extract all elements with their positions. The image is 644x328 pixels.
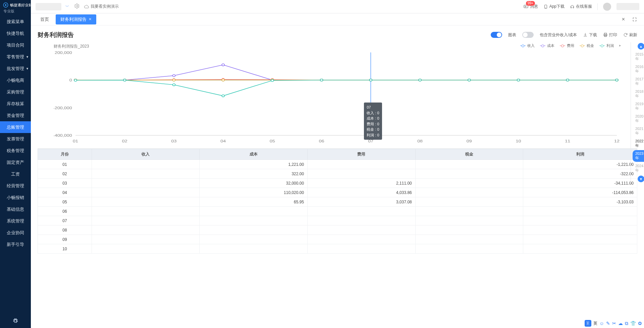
nav-item-总账管理[interactable]: 总账管理: [0, 121, 31, 133]
topbar: ﹀ 我要看实例演示 99+ 消息 App下载: [31, 0, 644, 13]
cell-tax: [415, 225, 523, 235]
svg-text:04: 04: [220, 139, 226, 143]
nav-item-固定资产[interactable]: 固定资产: [0, 156, 31, 168]
nav-item-零售管理[interactable]: 零售管理▼: [0, 51, 31, 63]
messages-link[interactable]: 99+ 消息: [523, 4, 538, 9]
table-row: 0565.953,037.08-3,103.03: [38, 197, 637, 207]
year-2018年[interactable]: 2018年: [633, 88, 644, 100]
nav-item-项目合同[interactable]: 项目合同: [0, 39, 31, 51]
fullscreen-button[interactable]: [630, 15, 639, 24]
ime-edit-icon[interactable]: ✎: [606, 321, 610, 326]
legend-item[interactable]: 成本: [540, 43, 554, 48]
nav-item-小畅电商[interactable]: 小畅电商: [0, 74, 31, 86]
extra-income-toggle[interactable]: [522, 32, 534, 38]
nav-item-税务管理[interactable]: 税务管理: [0, 145, 31, 156]
svg-point-65: [173, 79, 175, 81]
cell-profit: [523, 225, 637, 235]
print-button[interactable]: 打印: [603, 32, 617, 38]
cell-fee: [308, 225, 416, 235]
print-icon: [603, 32, 608, 37]
ime-smile-icon[interactable]: ☺: [599, 321, 604, 326]
svg-point-76: [123, 79, 126, 81]
legend-item[interactable]: 收入: [520, 43, 535, 48]
refresh-button[interactable]: 刷新: [623, 32, 637, 38]
ime-shirt-icon[interactable]: 👕: [630, 321, 636, 326]
org-name-placeholder[interactable]: [36, 3, 61, 10]
svg-point-83: [468, 79, 471, 81]
svg-point-2: [76, 5, 78, 7]
ime-link-icon[interactable]: ⧉: [625, 321, 628, 326]
nav-item-发票管理[interactable]: 发票管理: [0, 133, 31, 145]
svg-text:01: 01: [73, 139, 78, 143]
customer-service-link[interactable]: 在线客服: [570, 4, 592, 9]
cell-tax: [415, 169, 523, 179]
svg-point-66: [222, 79, 224, 81]
nav-item-label: 小畅电商: [7, 77, 24, 83]
nav-item-小畅报销[interactable]: 小畅报销: [0, 192, 31, 203]
legend-item[interactable]: 税金: [580, 43, 594, 48]
year-scroll-down[interactable]: ▼: [638, 176, 644, 182]
nav-item-经营管理[interactable]: 经营管理: [0, 180, 31, 192]
close-all-tabs-button[interactable]: ✕: [619, 15, 628, 24]
nav-item-库存核算[interactable]: 库存核算: [0, 98, 31, 110]
table-row: 08: [38, 225, 637, 235]
close-icon[interactable]: ✕: [89, 17, 92, 21]
svg-text:08: 08: [417, 139, 423, 143]
nav-item-新手引导[interactable]: 新手引导: [0, 239, 31, 250]
nav-item-label: 库存核算: [7, 101, 24, 107]
legend-item[interactable]: 费用: [560, 43, 574, 48]
year-2017年[interactable]: 2017年: [633, 76, 644, 87]
ime-settings-icon[interactable]: ✿: [638, 321, 642, 326]
ime-cloud-icon[interactable]: ☁: [618, 321, 623, 326]
nav-item-label: 基础信息: [7, 206, 24, 212]
year-2016年[interactable]: 2016年: [633, 63, 644, 75]
user-name-placeholder[interactable]: [616, 3, 639, 10]
year-2023年[interactable]: 2023年: [633, 150, 644, 162]
avatar[interactable]: [603, 3, 611, 11]
svg-point-41: [173, 75, 175, 77]
chart-area[interactable]: 收入成本费用税金利润▸ -400,000-200,0000200,0000102…: [54, 51, 621, 144]
ime-brand[interactable]: 王: [585, 320, 591, 327]
refresh-icon: [623, 32, 628, 37]
ime-lang[interactable]: 英: [593, 321, 597, 326]
year-2021年[interactable]: 2021年: [633, 125, 644, 137]
year-scroll-up[interactable]: ▲: [638, 43, 644, 50]
nav-item-工资[interactable]: 工资: [0, 168, 31, 180]
cell-profit: -114,053.86: [523, 188, 637, 197]
cell-profit: -3,103.03: [523, 197, 637, 207]
chart-toggle[interactable]: [491, 32, 502, 38]
nav-item-快捷导航[interactable]: 快捷导航: [0, 27, 31, 39]
svg-point-86: [615, 79, 618, 81]
nav-item-采购管理[interactable]: 采购管理: [0, 86, 31, 98]
cell-cost: [200, 216, 308, 225]
year-2020年[interactable]: 2020年: [633, 113, 644, 125]
tab-profit-report[interactable]: 财务利润报告 ✕: [56, 14, 96, 24]
cell-tax: [415, 244, 523, 254]
legend-more-icon[interactable]: ▸: [619, 43, 621, 48]
nav-item-基础信息[interactable]: 基础信息: [0, 203, 31, 215]
nav-item-系统管理[interactable]: 系统管理: [0, 215, 31, 227]
year-2015年[interactable]: 2015年: [633, 51, 644, 63]
tab-home[interactable]: 首页: [36, 14, 54, 24]
ime-scissors-icon[interactable]: ✂: [612, 321, 616, 326]
svg-point-1: [5, 4, 7, 6]
year-2022年[interactable]: 2022年: [633, 138, 644, 149]
nav-item-搜索菜单[interactable]: 搜索菜单: [0, 16, 31, 27]
table-row: 06: [38, 207, 637, 216]
year-2024年[interactable]: 2024年: [633, 162, 644, 174]
download-button[interactable]: 下载: [583, 32, 597, 38]
nav-item-资金管理[interactable]: 资金管理: [0, 110, 31, 121]
year-2019年[interactable]: 2019年: [633, 101, 644, 112]
settings-icon[interactable]: [13, 318, 18, 325]
legend-marker: [560, 46, 565, 46]
svg-text:-400,000: -400,000: [54, 133, 72, 138]
org-dropdown-icon[interactable]: ﹀: [65, 4, 69, 9]
tab-home-label: 首页: [40, 16, 49, 22]
nav-item-企业协同[interactable]: 企业协同: [0, 227, 31, 239]
legend-item[interactable]: 利润: [599, 43, 614, 48]
org-settings-icon[interactable]: [74, 3, 80, 10]
demo-link[interactable]: 我要看实例演示: [84, 4, 119, 9]
table-header: 利润: [523, 149, 637, 160]
app-download-link[interactable]: App下载: [543, 4, 565, 9]
nav-item-批发管理[interactable]: 批发管理▼: [0, 63, 31, 74]
